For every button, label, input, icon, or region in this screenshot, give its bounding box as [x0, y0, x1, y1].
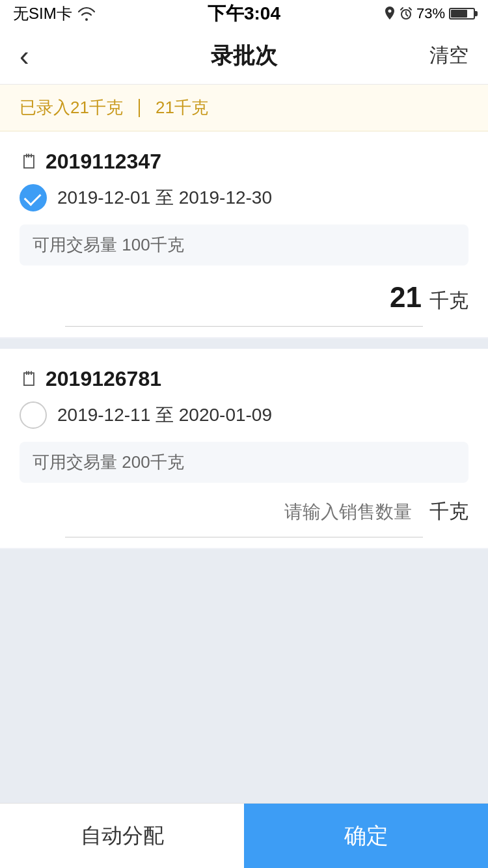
wifi-icon: [77, 7, 96, 21]
input-unit-2: 千克: [429, 498, 468, 525]
qty-unit-1: 千克: [429, 288, 468, 314]
batch-avail-2: 可用交易量 200千克: [20, 442, 468, 483]
main-content: 🗒 2019112347 2019-12-01 至 2019-12-30 可用交…: [0, 131, 488, 868]
location-icon: [384, 7, 396, 21]
batch-id-2: 2019126781: [46, 367, 161, 391]
status-carrier: 无SIM卡: [13, 3, 96, 24]
back-button[interactable]: ‹: [20, 40, 59, 72]
batch-item-2: 🗒 2019126781 2019-12-11 至 2020-01-09 可用交…: [0, 349, 488, 483]
qty-value-1: 21: [390, 281, 422, 314]
batch-radio-1[interactable]: [20, 184, 47, 211]
batch-card-2: 🗒 2019126781 2019-12-11 至 2020-01-09 可用交…: [0, 349, 488, 548]
recorded-value: 21千克: [156, 96, 208, 119]
status-indicators: 73%: [384, 5, 475, 22]
batch-header-1: 🗒 2019112347: [20, 150, 468, 174]
info-divider: [139, 99, 140, 117]
carrier-text: 无SIM卡: [13, 3, 72, 24]
batch-id-1: 2019112347: [46, 150, 161, 174]
page-title: 录批次: [211, 41, 277, 71]
batch-date-row-2: 2019-12-11 至 2020-01-09: [20, 401, 468, 429]
empty-area: [0, 549, 488, 835]
qty-input-2[interactable]: [252, 502, 422, 522]
batch-item-1: 🗒 2019112347 2019-12-01 至 2019-12-30 可用交…: [0, 131, 488, 265]
alarm-icon: [400, 7, 413, 21]
info-banner: 已录入21千克 21千克: [0, 85, 488, 131]
input-row-2[interactable]: 千克: [0, 483, 488, 537]
recorded-label: 已录入21千克: [20, 96, 123, 119]
status-bar: 无SIM卡 下午3:04 73%: [0, 0, 488, 27]
qty-row-1: 21 千克: [0, 265, 488, 326]
section-separator: [0, 338, 488, 349]
batch-doc-icon-1: 🗒: [20, 151, 39, 173]
batch-doc-icon-2: 🗒: [20, 368, 39, 390]
batch-date-row-1: 2019-12-01 至 2019-12-30: [20, 184, 468, 211]
bottom-bar: 自动分配 确定: [0, 803, 488, 868]
batch-card-1: 🗒 2019112347 2019-12-01 至 2019-12-30 可用交…: [0, 131, 488, 337]
clear-button[interactable]: 清空: [429, 42, 468, 69]
nav-bar: ‹ 录批次 清空: [0, 27, 488, 85]
battery-text: 73%: [416, 5, 445, 22]
batch-header-2: 🗒 2019126781: [20, 367, 468, 391]
batch-date-2: 2019-12-11 至 2020-01-09: [57, 403, 272, 427]
auto-distribute-button[interactable]: 自动分配: [0, 804, 244, 868]
confirm-button[interactable]: 确定: [244, 804, 488, 868]
status-time: 下午3:04: [208, 1, 280, 26]
batch-date-1: 2019-12-01 至 2019-12-30: [57, 185, 272, 210]
batch-avail-text-2: 可用交易量 200千克: [33, 452, 184, 472]
battery-icon: [449, 8, 475, 20]
batch-avail-text-1: 可用交易量 100千克: [33, 235, 184, 254]
batch-avail-1: 可用交易量 100千克: [20, 224, 468, 265]
batch-radio-2[interactable]: [20, 401, 47, 429]
